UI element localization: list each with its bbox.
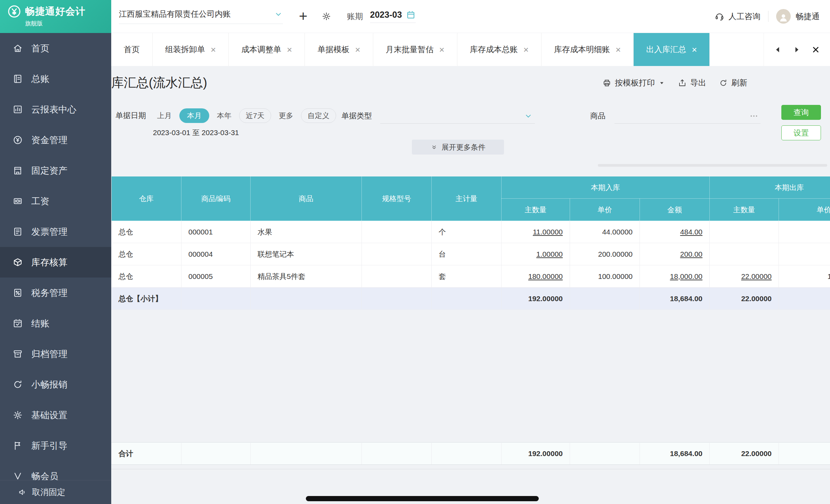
cell-in-amount[interactable]: 200.00 bbox=[640, 243, 710, 265]
period-value: 2023-03 bbox=[370, 10, 402, 20]
close-all-tabs-button[interactable] bbox=[811, 45, 820, 54]
date-filter-group: 单据日期 上月本月本年近7天更多自定义 2023-03-01 至 2023-03… bbox=[115, 108, 336, 138]
col-header[interactable]: 规格型号 bbox=[362, 176, 432, 221]
topbar: 江西服宝精品有限责任公司内账 + 账期 2023-03 人工咨询 畅捷通 bbox=[111, 0, 830, 33]
sidebar-item-发票管理[interactable]: 发票管理 bbox=[0, 216, 111, 247]
invoice-icon bbox=[13, 226, 23, 237]
close-tab-icon[interactable]: × bbox=[439, 45, 445, 54]
sidebar-item-首页[interactable]: 首页 bbox=[0, 33, 111, 64]
col-subheader[interactable]: 单价 bbox=[779, 199, 830, 221]
tab-出入库汇总[interactable]: 出入库汇总× bbox=[634, 33, 710, 66]
tab-库存成本总账[interactable]: 库存成本总账× bbox=[457, 33, 542, 66]
table-row[interactable]: 总仓000001水果个11.0000044.00000484.00 bbox=[112, 221, 830, 243]
sidebar-item-label: 库存核算 bbox=[31, 256, 67, 268]
date-option-更多[interactable]: 更多 bbox=[275, 108, 298, 123]
company-selector[interactable]: 江西服宝精品有限责任公司内账 bbox=[119, 9, 283, 24]
support-button[interactable]: 人工咨询 bbox=[715, 11, 760, 22]
col-header[interactable]: 商品 bbox=[251, 176, 362, 221]
close-tab-icon[interactable]: × bbox=[523, 45, 529, 54]
sidebar-item-新手引导[interactable]: 新手引导 bbox=[0, 430, 111, 461]
cell-out-qty bbox=[710, 221, 779, 243]
settings-gear-button[interactable] bbox=[322, 11, 331, 21]
sidebar-item-归档管理[interactable]: 归档管理 bbox=[0, 339, 111, 369]
sidebar-item-库存核算[interactable]: 库存核算 bbox=[0, 247, 111, 278]
cell-in-qty[interactable]: 180.00000 bbox=[502, 265, 570, 288]
refresh-icon bbox=[719, 79, 728, 88]
sidebar-item-label: 新手引导 bbox=[31, 440, 67, 452]
cell-in-amount[interactable]: 484.00 bbox=[640, 221, 710, 243]
inventory-icon bbox=[13, 257, 23, 267]
period-label: 账期 bbox=[347, 11, 363, 22]
funds-icon bbox=[13, 135, 23, 145]
period-picker[interactable]: 2023-03 bbox=[370, 10, 416, 23]
cell-out-qty[interactable]: 22.00000 bbox=[710, 265, 779, 288]
close-tab-icon[interactable]: × bbox=[211, 45, 216, 54]
date-option-上月[interactable]: 上月 bbox=[153, 108, 176, 123]
tab-label: 成本调整单 bbox=[241, 44, 281, 55]
sidebar-item-税务管理[interactable]: 税务管理 bbox=[0, 278, 111, 308]
tab-成本调整单[interactable]: 成本调整单× bbox=[229, 33, 305, 66]
date-options: 上月本月本年近7天更多自定义 bbox=[153, 108, 336, 123]
avatar[interactable] bbox=[776, 9, 791, 24]
date-option-本年[interactable]: 本年 bbox=[213, 108, 236, 123]
close-tab-icon[interactable]: × bbox=[616, 45, 621, 54]
caret-down-icon bbox=[658, 80, 665, 86]
query-button[interactable]: 查询 bbox=[781, 105, 821, 120]
close-tab-icon[interactable]: × bbox=[692, 45, 697, 54]
refresh-button[interactable]: 刷新 bbox=[719, 77, 747, 88]
tab-首页[interactable]: 首页 bbox=[111, 33, 153, 66]
doc-type-select[interactable] bbox=[380, 108, 535, 124]
cell-in-qty[interactable]: 11.00000 bbox=[502, 221, 570, 243]
expand-more-button[interactable]: 展开更多条件 bbox=[412, 140, 504, 155]
col-subheader[interactable]: 金额 bbox=[640, 199, 710, 221]
tab-组装拆卸单[interactable]: 组装拆卸单× bbox=[153, 33, 229, 66]
sidebar-item-畅会员[interactable]: 畅会员 bbox=[0, 461, 111, 480]
sidebar-item-固定资产[interactable]: 固定资产 bbox=[0, 155, 111, 186]
close-tab-icon[interactable]: × bbox=[355, 45, 360, 54]
company-name: 江西服宝精品有限责任公司内账 bbox=[119, 9, 231, 19]
sidebar-item-总账[interactable]: 总账 bbox=[0, 64, 111, 94]
scroll-tabs-left-button[interactable] bbox=[774, 46, 782, 54]
col-subheader[interactable]: 单价 bbox=[570, 199, 640, 221]
col-header[interactable]: 主计量 bbox=[432, 176, 502, 221]
product-input[interactable] bbox=[615, 108, 760, 124]
close-tab-icon[interactable]: × bbox=[287, 45, 292, 54]
date-option-近7天[interactable]: 近7天 bbox=[239, 108, 271, 123]
cell-out-price: 100.00000 bbox=[779, 265, 830, 288]
cell-in-amount[interactable]: 18,000.00 bbox=[640, 265, 710, 288]
date-option-本月[interactable]: 本月 bbox=[179, 108, 209, 123]
logo-icon bbox=[7, 4, 22, 19]
unpin-button[interactable]: 取消固定 bbox=[0, 480, 111, 504]
sidebar-item-基础设置[interactable]: 基础设置 bbox=[0, 400, 111, 430]
sidebar-item-资金管理[interactable]: 资金管理 bbox=[0, 125, 111, 155]
tab-月末批量暂估[interactable]: 月末批量暂估× bbox=[373, 33, 457, 66]
table-row[interactable]: 总仓000005精品茶具5件套套180.00000100.0000018,000… bbox=[112, 265, 830, 288]
col-header[interactable]: 仓库 bbox=[112, 176, 181, 221]
settings-button[interactable]: 设置 bbox=[781, 125, 821, 140]
cell-in-qty[interactable]: 1.00000 bbox=[502, 243, 570, 265]
add-button[interactable]: + bbox=[299, 9, 308, 24]
ellipsis-icon bbox=[749, 111, 758, 121]
tab-单据模板[interactable]: 单据模板× bbox=[305, 33, 373, 66]
tax-icon bbox=[13, 288, 23, 298]
export-icon bbox=[678, 79, 687, 88]
export-button[interactable]: 导出 bbox=[678, 77, 706, 88]
group-header-in: 本期入库 bbox=[502, 176, 710, 199]
print-by-template-button[interactable]: 按模板打印 bbox=[602, 77, 665, 88]
col-header[interactable]: 商品编码 bbox=[181, 176, 251, 221]
date-option-自定义[interactable]: 自定义 bbox=[301, 108, 336, 123]
sidebar-item-工资[interactable]: 工资 bbox=[0, 186, 111, 216]
table-row[interactable]: 总仓000004联想笔记本台1.00000200.00000200.00 bbox=[112, 243, 830, 265]
sidebar-item-结账[interactable]: 结账 bbox=[0, 308, 111, 339]
settle-icon bbox=[13, 318, 23, 329]
sidebar-item-小畅报销[interactable]: 小畅报销 bbox=[0, 369, 111, 400]
page-horizontal-scrollbar[interactable] bbox=[306, 496, 539, 501]
total-row-wrap: 合计192.0000018,684.0022.00000 bbox=[111, 442, 830, 466]
subtotal-in-qty: 192.00000 bbox=[502, 288, 570, 310]
col-subheader[interactable]: 主数量 bbox=[710, 199, 779, 221]
col-subheader[interactable]: 主数量 bbox=[502, 199, 570, 221]
sidebar-item-云报表中心[interactable]: 云报表中心 bbox=[0, 94, 111, 125]
grid-horizontal-scrollbar-top[interactable] bbox=[598, 164, 827, 167]
tab-库存成本明细账[interactable]: 库存成本明细账× bbox=[542, 33, 634, 66]
scroll-tabs-right-button[interactable] bbox=[792, 46, 801, 54]
